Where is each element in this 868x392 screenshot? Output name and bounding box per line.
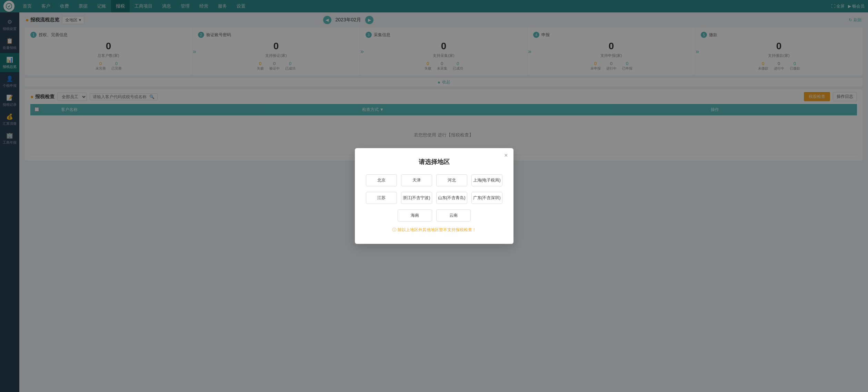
region-select-modal: × 请选择地区 北京 天津 河北 上海(电子税局) 江苏 浙江(不含宁波) 山东… <box>355 148 513 244</box>
region-row-3: 海南 云南 <box>366 209 502 221</box>
region-tianjin[interactable]: 天津 <box>401 174 432 186</box>
region-shanghai[interactable]: 上海(电子税局) <box>471 174 502 186</box>
region-shandong[interactable]: 山东(不含青岛) <box>436 192 467 204</box>
modal-title: 请选择地区 <box>366 158 502 166</box>
modal-close-btn[interactable]: × <box>504 152 508 158</box>
region-row-2: 江苏 浙江(不含宁波) 山东(不含青岛) 广东(不含深圳) <box>366 192 502 204</box>
region-jiangsu[interactable]: 江苏 <box>366 192 397 204</box>
region-yunnan[interactable]: 云南 <box>436 209 471 221</box>
region-row-1: 北京 天津 河北 上海(电子税局) <box>366 174 502 186</box>
region-zhejiang[interactable]: 浙江(不含宁波) <box>401 192 432 204</box>
region-guangdong[interactable]: 广东(不含深圳) <box>471 192 502 204</box>
region-hebei[interactable]: 河北 <box>436 174 467 186</box>
region-hainan[interactable]: 海南 <box>398 209 432 221</box>
region-warning: ⓘ 除以上地区外其他地区暂不支持报税检查！ <box>366 227 502 233</box>
region-beijing[interactable]: 北京 <box>366 174 397 186</box>
warning-icon: ⓘ <box>392 227 396 233</box>
modal-overlay[interactable]: × 请选择地区 北京 天津 河北 上海(电子税局) 江苏 浙江(不含宁波) 山东… <box>0 0 868 392</box>
